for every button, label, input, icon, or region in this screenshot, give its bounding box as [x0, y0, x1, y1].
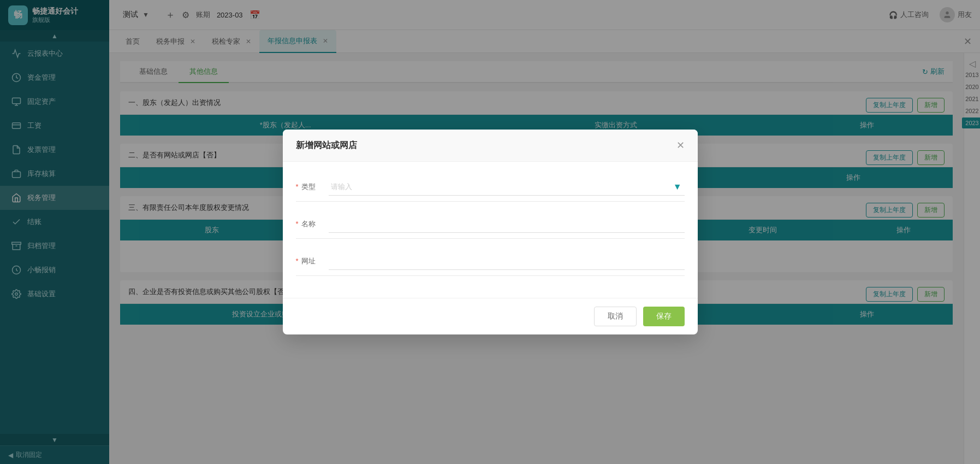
url-label: * 网址 [296, 256, 329, 266]
add-website-dialog: 新增网站或网店 ✕ * 类型 ▼ * 名称 [283, 130, 698, 334]
type-label: * 类型 [296, 182, 329, 192]
dialog-overlay: 新增网站或网店 ✕ * 类型 ▼ * 名称 [0, 0, 980, 464]
name-input[interactable] [329, 215, 685, 233]
divider-3 [296, 275, 685, 276]
dialog-title: 新增网站或网店 [296, 140, 357, 151]
save-btn[interactable]: 保存 [643, 307, 685, 326]
divider-1 [296, 201, 685, 202]
required-star-name: * [296, 220, 299, 228]
url-input[interactable] [329, 252, 685, 270]
url-label-text: 网址 [301, 257, 316, 265]
type-input-wrap: ▼ [329, 178, 685, 196]
required-star-url: * [296, 257, 299, 265]
name-label: * 名称 [296, 219, 329, 229]
form-field-url: * 网址 [296, 252, 685, 270]
required-star: * [296, 183, 299, 191]
dialog-header: 新增网站或网店 ✕ [283, 130, 698, 162]
divider-2 [296, 238, 685, 239]
form-field-name: * 名称 [296, 215, 685, 233]
dialog-footer: 取消 保存 [283, 298, 698, 334]
type-label-text: 类型 [301, 183, 316, 191]
cancel-btn[interactable]: 取消 [594, 307, 637, 326]
type-input[interactable] [329, 178, 685, 196]
form-field-type: * 类型 ▼ [296, 178, 685, 196]
dialog-close-btn[interactable]: ✕ [676, 139, 685, 151]
name-input-wrap [329, 215, 685, 233]
name-label-text: 名称 [301, 220, 316, 228]
dialog-body: * 类型 ▼ * 名称 [283, 162, 698, 298]
type-dropdown-icon[interactable]: ▼ [673, 182, 682, 192]
url-input-wrap [329, 252, 685, 270]
